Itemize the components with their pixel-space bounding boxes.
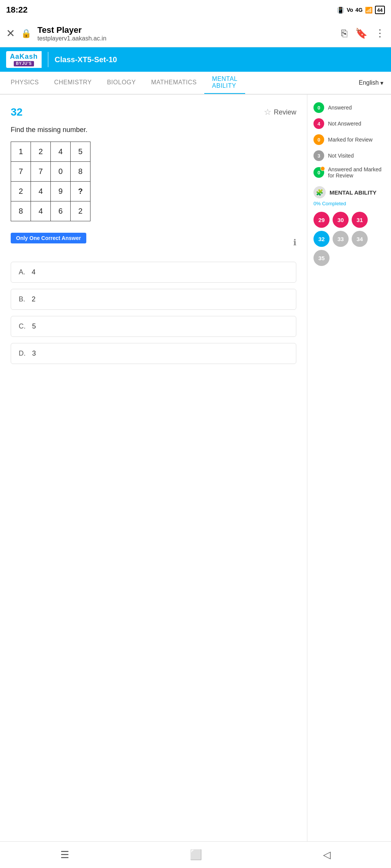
sidebar: 0 Answered 4 Not Answered 0 Marked for R… — [307, 95, 391, 868]
answered-badge: 0 — [313, 102, 324, 113]
menu-icon[interactable]: ☰ — [60, 849, 69, 861]
answer-type-badge: Only One Correct Answer — [11, 233, 86, 243]
answered-label: Answered — [328, 105, 352, 111]
q-num-34[interactable]: 34 — [352, 231, 368, 247]
question-number-grid: 29 30 31 32 33 34 35 — [313, 212, 385, 266]
legend-not-answered: 4 Not Answered — [313, 118, 385, 129]
browser-actions: ⎘ 🔖 ⋮ — [341, 27, 385, 39]
marked-badge: 0 — [313, 134, 324, 145]
wifi-icon: 📶 — [365, 6, 373, 14]
aakash-logo: AaKash — [10, 53, 38, 61]
option-D-value: 3 — [32, 349, 36, 357]
language-label: English — [359, 79, 379, 86]
share-icon[interactable]: ⎘ — [341, 27, 347, 39]
review-button[interactable]: ☆ Review — [264, 107, 296, 117]
tab-mental-ability[interactable]: MENTALABILITY — [204, 72, 245, 94]
subject-tabs: PHYSICS CHEMISTRY BIOLOGY MATHEMATICS ME… — [0, 72, 391, 95]
home-icon[interactable]: ⬜ — [190, 849, 202, 861]
grid-cell: ? — [71, 182, 90, 201]
grid-cell: 4 — [31, 182, 51, 201]
answered-marked-label: Answered and Marked for Review — [328, 166, 385, 179]
grid-row-4: 8 4 6 2 — [11, 201, 90, 221]
logo-box: AaKash BYJU'S — [6, 51, 42, 68]
grid-row-1: 1 2 4 5 — [11, 142, 90, 162]
test-title: Class-XT5-Set-10 — [55, 55, 117, 64]
grid-cell: 2 — [71, 201, 90, 221]
main-content: 32 ☆ Review Find the missing number. 1 2… — [0, 95, 391, 868]
question-panel: 32 ☆ Review Find the missing number. 1 2… — [0, 95, 307, 868]
grid-row-3: 2 4 9 ? — [11, 182, 90, 201]
chevron-down-icon: ▾ — [380, 79, 383, 87]
option-A-label: A. — [19, 268, 25, 276]
browser-title: Test Player — [37, 25, 335, 35]
section-name: MENTAL ABILITY — [330, 189, 376, 196]
back-icon[interactable]: ◁ — [323, 849, 331, 861]
grid-cell: 1 — [11, 142, 31, 162]
tab-chemistry[interactable]: CHEMISTRY — [47, 72, 99, 94]
marked-label: Marked for Review — [328, 137, 373, 143]
header-divider — [48, 52, 48, 67]
option-D-label: D. — [19, 349, 26, 357]
option-C-value: 5 — [32, 322, 36, 330]
url-area: Test Player testplayerv1.aakash.ac.in — [37, 25, 335, 42]
option-C[interactable]: C. 5 — [11, 316, 296, 337]
bottom-nav: ☰ ⬜ ◁ — [0, 841, 391, 868]
q-num-35[interactable]: 35 — [313, 250, 330, 266]
vibrate-icon: 📳 — [337, 6, 344, 14]
q-num-31[interactable]: 31 — [352, 212, 368, 228]
tab-physics[interactable]: PHYSICS — [3, 72, 47, 94]
status-icons: 📳 Vo 4G 📶 44 — [337, 6, 385, 14]
language-selector[interactable]: English ▾ — [354, 79, 388, 87]
grid-cell: 7 — [31, 162, 51, 182]
option-A[interactable]: A. 4 — [11, 262, 296, 283]
browser-url: testplayerv1.aakash.ac.in — [37, 35, 335, 42]
q-num-33[interactable]: 33 — [333, 231, 349, 247]
star-icon: ☆ — [264, 107, 271, 117]
option-B-label: B. — [19, 295, 25, 303]
grid-cell: 6 — [51, 201, 71, 221]
question-number: 32 — [11, 106, 23, 118]
grid-cell: 8 — [11, 201, 31, 221]
question-text: Find the missing number. — [11, 126, 296, 134]
answered-marked-badge: 0 — [313, 167, 324, 178]
tab-biology[interactable]: BIOLOGY — [99, 72, 144, 94]
grid-cell: 4 — [31, 201, 51, 221]
number-grid: 1 2 4 5 7 7 0 8 2 4 9 ? 8 4 6 2 — [11, 142, 90, 221]
q-num-30[interactable]: 30 — [333, 212, 349, 228]
byjus-logo: BYJU'S — [14, 61, 34, 66]
grid-row-2: 7 7 0 8 — [11, 162, 90, 182]
grid-cell: 5 — [71, 142, 90, 162]
option-C-label: C. — [19, 322, 26, 330]
legend-answered: 0 Answered — [313, 102, 385, 113]
lock-icon: 🔒 — [21, 29, 31, 39]
grid-cell: 9 — [51, 182, 71, 201]
option-B[interactable]: B. 2 — [11, 289, 296, 310]
not-visited-badge: 3 — [313, 150, 324, 161]
legend-answered-marked: 0 Answered and Marked for Review — [313, 166, 385, 179]
tab-mathematics[interactable]: MATHEMATICS — [144, 72, 205, 94]
q-num-32[interactable]: 32 — [313, 231, 330, 247]
battery-icon: 44 — [375, 6, 385, 14]
section-header: 🧩 MENTAL ABILITY — [313, 186, 385, 198]
app-header: AaKash BYJU'S Class-XT5-Set-10 — [0, 47, 391, 72]
grid-cell: 7 — [11, 162, 31, 182]
review-label: Review — [274, 108, 296, 116]
menu-dots-icon[interactable]: ⋮ — [375, 27, 385, 39]
info-icon[interactable]: ℹ — [293, 238, 296, 248]
bookmark-icon[interactable]: 🔖 — [355, 27, 367, 39]
q-num-29[interactable]: 29 — [313, 212, 330, 228]
not-answered-label: Not Answered — [328, 121, 361, 127]
grid-cell: 2 — [11, 182, 31, 201]
browser-bar: ✕ 🔒 Test Player testplayerv1.aakash.ac.i… — [0, 20, 391, 47]
question-header: 32 ☆ Review — [11, 106, 296, 118]
status-bar: 18:22 📳 Vo 4G 📶 44 — [0, 0, 391, 20]
option-A-value: 4 — [32, 268, 36, 276]
close-button[interactable]: ✕ — [6, 27, 15, 40]
option-D[interactable]: D. 3 — [11, 343, 296, 364]
legend-marked: 0 Marked for Review — [313, 134, 385, 145]
legend-not-visited: 3 Not Visited — [313, 150, 385, 161]
grid-cell: 2 — [31, 142, 51, 162]
not-visited-label: Not Visited — [328, 153, 354, 159]
status-time: 18:22 — [6, 5, 27, 15]
logo-area: AaKash BYJU'S — [6, 51, 42, 68]
